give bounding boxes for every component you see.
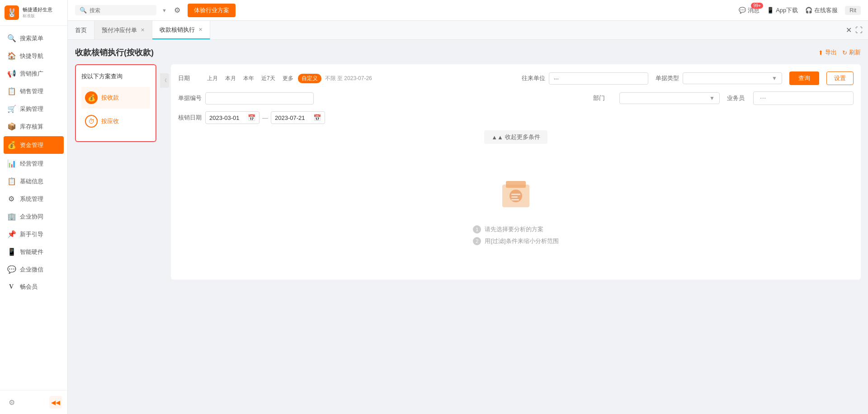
filter-receivable-label: 按应收 [101,117,119,125]
sidebar-item-enterprise[interactable]: 🏢 企业协同 [0,208,67,225]
tab-expand-icon[interactable]: ⛶ [855,26,863,34]
search-area: 日期 上月 本月 本年 近7天 更多 自定义 不限 至 2023-07-26 往… [171,64,861,280]
sidebar-item-sales[interactable]: 📋 销售管理 [0,82,67,100]
tab-home[interactable]: 首页 [68,21,94,39]
tab-close-all-icon[interactable]: ✕ [846,26,852,34]
sidebar-item-label: 营销推广 [20,70,43,78]
export-label: 导出 [825,48,837,57]
sidebar-item-purchase[interactable]: 🛒 采购管理 [0,100,67,118]
tip-num-1: 1 [473,225,481,233]
topbar-chevron-icon[interactable]: ▼ [162,8,167,13]
doc-type-select[interactable]: ▼ [683,72,782,84]
sales-icon: 📋 [7,87,15,95]
partner-select[interactable]: ··· [549,72,648,85]
tab-home-label: 首页 [75,26,87,34]
doc-type-chevron-icon: ▼ [772,75,777,81]
sidebar-item-search-menu[interactable]: 🔍 搜索菜单 [0,29,67,47]
refresh-button[interactable]: ↻ 刷新 [842,48,861,57]
sidebar-menu: 🔍 搜索菜单 🏠 快捷导航 📢 营销推广 📋 销售管理 🛒 采购管理 📦 库存核… [0,26,67,390]
dept-field: 部门 ▼ [593,92,720,104]
tab-prepay-close-icon[interactable]: ✕ [141,27,145,33]
settings-button[interactable]: 设置 [826,71,854,85]
page-title: 收款核销执行(按收款) [75,47,154,58]
solution-button[interactable]: 体验行业方案 [188,4,236,17]
staff-select[interactable]: ··· [753,91,854,105]
sidebar-item-basic-info[interactable]: 📋 基础信息 [0,172,67,190]
sidebar-item-smart-hw[interactable]: 📱 智能硬件 [0,243,67,261]
system-icon: ⚙ [7,195,15,203]
sidebar-item-label: 企业微信 [20,266,43,274]
tip-num-2: 2 [473,237,481,245]
topbar-gear-icon[interactable]: ⚙ [174,6,180,14]
empty-illustration [493,171,538,216]
date-tab-last-month[interactable]: 上月 [204,74,221,83]
writeoff-start-cal-icon[interactable]: 📅 [248,114,255,121]
writeoff-end-input[interactable]: 2023-07-21 📅 [271,111,325,124]
writeoff-start-input[interactable]: 2023-03-01 📅 [205,111,259,124]
page-header-actions: ⬆ 导出 ↻ 刷新 [818,48,861,57]
date-tab-this-month[interactable]: 本月 [222,74,239,83]
refresh-icon: ↻ [842,49,847,56]
date-tab-7days[interactable]: 近7天 [259,74,278,83]
filter-receipt-label: 按收款 [101,94,119,102]
tab-bar: 首页 预付冲应付单 ✕ 收款核销执行 ✕ ✕ ⛶ [68,21,868,40]
sidebar-collapse-button[interactable]: ◀◀ [49,396,62,409]
sidebar-item-business[interactable]: 📊 经营管理 [0,155,67,172]
more-conditions-caret-icon: ▲▲ [491,134,503,141]
sidebar-item-funds[interactable]: 💰 资金管理 [4,136,64,154]
doc-no-input[interactable] [205,92,314,105]
filter-item-by-receipt[interactable]: 💰 按收款 [81,87,150,109]
sidebar-item-label: 基础信息 [20,177,43,186]
date-tab-custom[interactable]: 自定义 [298,74,321,83]
member-icon: V [7,283,15,290]
sidebar-item-guide[interactable]: 📌 新手引导 [0,225,67,243]
export-button[interactable]: ⬆ 导出 [818,48,837,57]
sidebar-item-label: 系统管理 [20,195,43,203]
empty-tip-1-text: 请先选择要分析的方案 [485,225,543,233]
filter-collapse-button[interactable]: 《 [160,73,169,88]
sidebar-settings-button[interactable]: ⚙ [5,396,18,409]
sidebar-item-system[interactable]: ⚙ 系统管理 [0,190,67,208]
partner-dots: ··· [554,75,559,82]
online-service-action[interactable]: 🎧 在线客服 [805,6,838,14]
app-download-action[interactable]: 📱 App下载 [767,6,798,14]
inventory-icon: 📦 [7,122,15,131]
sidebar-item-label: 库存核算 [20,123,43,131]
search-menu-icon: 🔍 [7,34,15,43]
tab-spacer [210,21,840,39]
empty-tips: 1 请先选择要分析的方案 2 用[过滤]条件来缩小分析范围 [473,225,558,245]
sidebar-item-member[interactable]: V 畅会员 [0,278,67,295]
query-button[interactable]: 查询 [789,71,819,85]
dept-select[interactable]: ▼ [619,92,720,104]
sidebar-item-label: 畅会员 [20,283,38,291]
sidebar-item-marketing[interactable]: 📢 营销推广 [0,65,67,82]
sidebar-item-wechat[interactable]: 💬 企业微信 [0,261,67,278]
tab-receipt-close-icon[interactable]: ✕ [198,27,203,33]
date-tab-more[interactable]: 更多 [280,74,296,83]
date-tab-this-year[interactable]: 本年 [241,74,257,83]
sidebar-item-label: 销售管理 [20,87,43,95]
svg-rect-3 [511,194,520,195]
filter-item-by-receivable[interactable]: ⏱ 按应收 [81,110,150,132]
message-badge: 99+ [751,3,763,9]
quick-nav-icon: 🏠 [7,52,15,60]
tab-receipt-offset[interactable]: 收款核销执行 ✕ [152,21,210,39]
sidebar-item-quick-nav[interactable]: 🏠 快捷导航 [0,47,67,65]
tab-prepay-offset[interactable]: 预付冲应付单 ✕ [94,21,152,39]
writeoff-end-cal-icon[interactable]: 📅 [313,114,321,121]
sidebar-item-label: 智能硬件 [20,248,43,256]
tab-receipt-label: 收款核销执行 [160,26,195,34]
topbar-search-input[interactable] [90,7,144,14]
date-separator: — [262,114,268,121]
sidebar-logo: 🐰 畅捷通好生意 标准版 [0,0,67,26]
sidebar-item-inventory[interactable]: 📦 库存核算 [0,118,67,135]
smart-hw-icon: 📱 [7,247,15,256]
filter-receivable-icon: ⏱ [85,115,98,128]
purchase-icon: 🛒 [7,105,15,113]
message-action[interactable]: 💬 消息 99+ [739,6,760,14]
user-name[interactable]: Rit [845,6,861,15]
page-content: 收款核销执行(按收款) ⬆ 导出 ↻ 刷新 按以下方案查询 💰 [68,40,868,414]
more-conditions-button[interactable]: ▲▲ 收起更多条件 [484,130,547,144]
topbar-search[interactable]: 🔍 [75,5,156,15]
writeoff-date-field: 核销日期 2023-03-01 📅 — 2023-07-21 📅 [178,111,854,124]
